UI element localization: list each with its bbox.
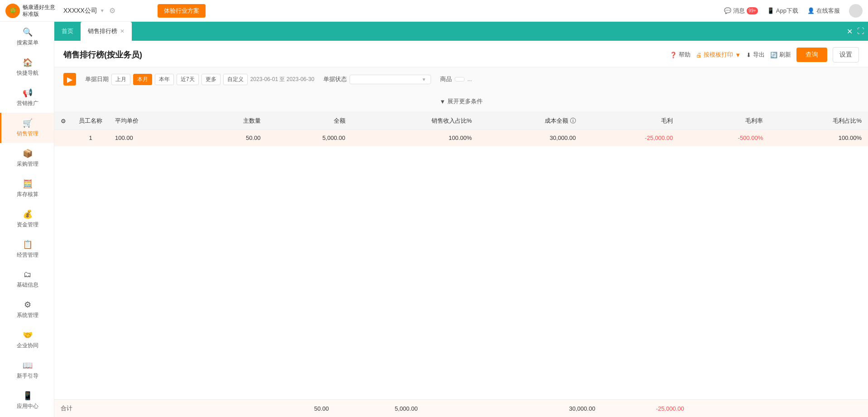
row-rank: 1 (72, 130, 109, 146)
sidebar-item-label: 应用中心 (17, 403, 38, 410)
refresh-btn[interactable]: 🔄 刷新 (770, 51, 791, 59)
home-icon: 🏠 (23, 58, 33, 67)
app-center-icon: 📱 (23, 391, 33, 401)
row-cost: 30,000.00 (478, 130, 582, 146)
tab-close-icon[interactable]: ✕ (120, 28, 125, 34)
company-selector[interactable]: XXXXX公司 ▼ ⚙ (63, 6, 154, 15)
col-rank: 员工名称 (72, 112, 109, 130)
col-cost: 成本全额 ⓘ (478, 112, 582, 130)
tab-sales-rank-label: 销售排行榜 (88, 27, 117, 35)
message-btn[interactable]: 💬 消息 99+ (724, 7, 758, 15)
status-select-arrow-icon: ▼ (422, 77, 426, 82)
industry-btn[interactable]: 体验行业方案 (158, 4, 206, 18)
query-btn[interactable]: 查询 (796, 48, 827, 62)
sidebar-item-inventory[interactable]: 🧮 库存核算 (0, 173, 54, 204)
goods-input[interactable] (455, 77, 465, 81)
table-container: ⚙ 员工名称 平均单价 主数量 全额 销售收入占比% 成本全额 ⓘ 毛利 毛利率… (54, 112, 868, 399)
sidebar-item-guide[interactable]: 📖 新手引导 (0, 355, 54, 385)
row-gross-pct: 100.00% (769, 130, 868, 146)
refresh-icon: 🔄 (770, 52, 777, 58)
status-filter-group: 单据状态 ▼ (323, 75, 431, 84)
logo-icon: 🍀 (5, 4, 20, 18)
main-layout: 🔍 搜索菜单 🏠 快捷导航 📢 营销推广 🛒 销售管理 📦 采购管理 🧮 库存核… (0, 22, 868, 417)
goods-filter-group: 商品 ... (440, 75, 472, 83)
inventory-icon: 🧮 (23, 179, 33, 189)
help-btn[interactable]: ❓ 帮助 (670, 51, 691, 59)
finance-icon: 💰 (23, 209, 33, 219)
expand-more-icon: ▼ (440, 98, 446, 105)
more-filter-icon[interactable]: ... (467, 76, 472, 82)
row-settings (54, 130, 72, 146)
tab-home[interactable]: 首页 (54, 22, 81, 41)
date-filter-label: 单据日期 (85, 75, 109, 83)
sidebar-item-marketing[interactable]: 📢 营销推广 (0, 82, 54, 113)
print-btn[interactable]: 🖨 按模板打印 ▼ (696, 51, 741, 59)
date-btn-7days[interactable]: 近7天 (177, 74, 199, 85)
footer-total: 5,000.00 (329, 405, 417, 412)
app-download-btn[interactable]: 📱 App下载 (767, 7, 798, 15)
online-service-btn[interactable]: 👤 在线客服 (807, 7, 840, 15)
sidebar-item-sales[interactable]: 🛒 销售管理 (0, 113, 54, 143)
goods-filter-label: 商品 (440, 75, 452, 83)
col-sales-pct: 销售收入占比% (352, 112, 479, 130)
sidebar-item-label: 资金管理 (17, 221, 38, 229)
tab-bar: 首页 销售排行榜 ✕ ✕ ⛶ (54, 22, 868, 41)
status-select[interactable]: ▼ (350, 75, 431, 84)
app-icon: 📱 (767, 7, 774, 14)
top-bar: 🍀 畅康通好生意 标准版 XXXXX公司 ▼ ⚙ 体验行业方案 💬 消息 99+… (0, 0, 868, 22)
sidebar-item-finance[interactable]: 💰 资金管理 (0, 204, 54, 234)
tab-sales-rank[interactable]: 销售排行榜 ✕ (81, 22, 132, 41)
filter-expand-btn[interactable]: ▶ (63, 73, 76, 86)
sidebar-item-quick-nav[interactable]: 🏠 快捷导航 (0, 52, 54, 82)
sidebar-item-purchase[interactable]: 📦 采购管理 (0, 143, 54, 173)
sidebar-item-enterprise-collab[interactable]: 🤝 企业协同 (0, 325, 54, 355)
sidebar-item-label: 基础信息 (17, 281, 38, 289)
date-btn-this-year[interactable]: 本年 (155, 74, 174, 85)
message-icon: 💬 (724, 7, 731, 14)
operation-icon: 📋 (23, 240, 33, 249)
row-sales-pct: 100.00% (352, 130, 479, 146)
sidebar-item-label: 销售管理 (17, 130, 38, 138)
sidebar-item-label: 搜索菜单 (17, 39, 38, 47)
avatar[interactable] (849, 4, 863, 18)
date-btn-last-month[interactable]: 上月 (111, 74, 130, 85)
collab-icon: 🤝 (23, 330, 33, 340)
sidebar-item-app-center[interactable]: 📱 应用中心 (0, 385, 54, 416)
page-actions: ❓ 帮助 🖨 按模板打印 ▼ ⬇ 导出 🔄 刷新 (670, 47, 859, 62)
purchase-icon: 📦 (23, 149, 33, 158)
date-btn-more[interactable]: 更多 (201, 74, 221, 85)
col-total: 全额 (267, 112, 352, 130)
footer-gross: -25,000.00 (595, 405, 684, 412)
sidebar-item-label: 库存核算 (17, 191, 38, 198)
date-btn-custom[interactable]: 自定义 (223, 74, 248, 85)
message-label: 消息 (733, 7, 745, 15)
print-dropdown-icon: ▼ (735, 52, 741, 58)
sidebar-item-label: 经营管理 (17, 251, 38, 259)
date-filter-group: 单据日期 上月 本月 本年 近7天 更多 自定义 2023-06-01 至 20… (85, 74, 314, 85)
export-btn[interactable]: ⬇ 导出 (746, 51, 765, 59)
export-label: 导出 (753, 51, 765, 59)
table-header-row: ⚙ 员工名称 平均单价 主数量 全额 销售收入占比% 成本全额 ⓘ 毛利 毛利率… (54, 112, 868, 130)
sidebar-item-search[interactable]: 🔍 搜索菜单 (0, 22, 54, 52)
tab-restore-icon[interactable]: ⛶ (857, 27, 864, 35)
sidebar-item-system[interactable]: ⚙ 系统管理 (0, 294, 54, 325)
tab-bar-right: ✕ ⛶ (847, 27, 868, 36)
tab-close-window-icon[interactable]: ✕ (847, 27, 853, 36)
sidebar-item-operation[interactable]: 📋 经营管理 (0, 234, 54, 264)
company-gear-icon[interactable]: ⚙ (109, 6, 115, 15)
app-label: App下载 (776, 7, 798, 15)
system-icon: ⚙ (24, 300, 31, 310)
sidebar-item-basic[interactable]: 🗂 基础信息 (0, 264, 54, 294)
footer-cost: 30,000.00 (507, 405, 595, 412)
page-header: 销售排行榜(按业务员) ❓ 帮助 🖨 按模板打印 ▼ ⬇ 导出 (54, 41, 868, 67)
settings-btn[interactable]: 设置 (833, 47, 859, 62)
row-avg-price: 100.00 (109, 130, 195, 146)
expand-more-btn[interactable]: ▼ 展开更多条件 (63, 95, 859, 106)
col-settings[interactable]: ⚙ (54, 112, 72, 130)
top-bar-right: 💬 消息 99+ 📱 App下载 👤 在线客服 (724, 4, 863, 18)
col-gross-pct: 毛利占比% (769, 112, 868, 130)
row-total: 5,000.00 (267, 130, 352, 146)
date-btn-this-month[interactable]: 本月 (133, 74, 152, 85)
row-main-qty: 50.00 (195, 130, 267, 146)
company-dropdown-icon[interactable]: ▼ (100, 8, 105, 13)
